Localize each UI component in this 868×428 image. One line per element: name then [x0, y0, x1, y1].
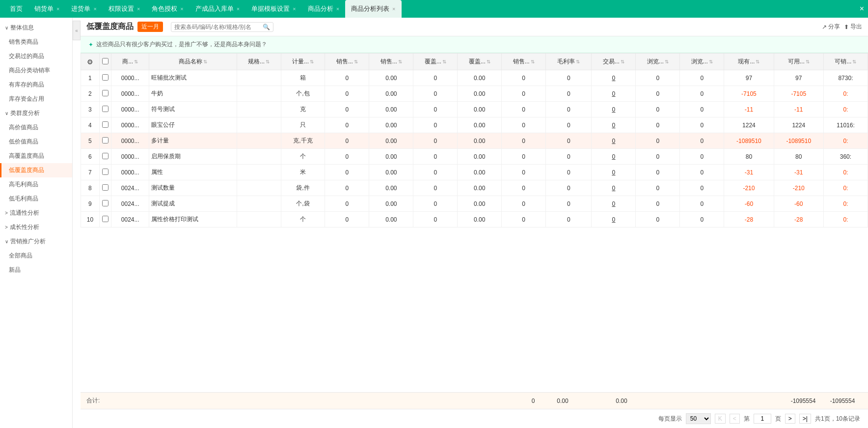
row-checkbox[interactable]: [99, 102, 111, 117]
nav-role-auth[interactable]: 角色授权 ×: [146, 0, 189, 18]
sidebar-section-cluster-analysis[interactable]: ∨ 类群度分析: [0, 106, 72, 120]
close-icon[interactable]: ×: [137, 6, 140, 12]
share-button[interactable]: ↗ 分享: [822, 23, 840, 31]
nav-product-warehousing[interactable]: 产成品入库单 ×: [190, 0, 245, 18]
sidebar-item-all-products[interactable]: 全部商品: [0, 249, 72, 263]
row-checkbox[interactable]: [99, 70, 111, 86]
col-available-stock[interactable]: 可用...⇅: [774, 54, 823, 70]
col-unit[interactable]: 计量...⇅: [281, 54, 325, 70]
row-transaction[interactable]: 0: [592, 165, 636, 180]
sidebar-item-low-value[interactable]: 低价值商品: [0, 135, 72, 149]
row-transaction[interactable]: 0: [592, 212, 636, 228]
sidebar-item-inventory-capital[interactable]: 库存资金占用: [0, 92, 72, 106]
col-browse1[interactable]: 浏览...⇅: [636, 54, 680, 70]
close-icon[interactable]: ×: [93, 6, 96, 12]
row-transaction[interactable]: 0: [592, 180, 636, 196]
col-settings[interactable]: ⚙: [81, 54, 100, 70]
col-sellable[interactable]: 可销...⇅: [823, 54, 868, 70]
col-checkbox[interactable]: [99, 54, 111, 70]
col-code[interactable]: 商...⇅: [111, 54, 149, 70]
col-spec[interactable]: 规格...⇅: [237, 54, 281, 70]
first-page-button[interactable]: K: [715, 414, 726, 424]
sidebar-collapse-button[interactable]: «: [73, 21, 81, 40]
row-transaction[interactable]: 0: [592, 149, 636, 165]
close-icon[interactable]: ×: [56, 6, 59, 12]
row-select-checkbox[interactable]: [102, 106, 108, 112]
sidebar-section-growth[interactable]: > 成长性分析: [0, 220, 72, 234]
close-icon[interactable]: ×: [237, 6, 240, 12]
sidebar-item-high-coverage[interactable]: 高覆盖度商品: [0, 149, 72, 163]
col-coverage2[interactable]: 覆盖...⇅: [458, 54, 502, 70]
row-transaction[interactable]: 0: [592, 70, 636, 86]
row-sellable: 360:: [823, 149, 868, 165]
col-sales2[interactable]: 销售...⇅: [369, 54, 413, 70]
sidebar-item-new-products[interactable]: 新品: [0, 263, 72, 277]
close-icon[interactable]: ×: [392, 6, 395, 12]
close-icon[interactable]: ×: [293, 6, 296, 12]
row-transaction[interactable]: 0: [592, 117, 636, 133]
sidebar-item-high-value[interactable]: 高价值商品: [0, 120, 72, 135]
col-name[interactable]: 商品名称⇅: [149, 54, 237, 70]
sidebar-section-marketing[interactable]: ∨ 营销推广分析: [0, 234, 72, 249]
prev-page-button[interactable]: <: [730, 414, 740, 424]
sidebar-item-low-coverage[interactable]: 低覆盖度商品: [0, 163, 72, 177]
col-current-stock[interactable]: 现有...⇅: [724, 54, 774, 70]
export-button[interactable]: ⬆ 导出: [844, 23, 862, 31]
nav-product-analysis-list[interactable]: 商品分析列表 ×: [345, 0, 401, 18]
time-filter-button[interactable]: 近一月: [137, 22, 163, 32]
close-icon[interactable]: ×: [336, 6, 339, 12]
sidebar-item-category-rate[interactable]: 商品分类动销率: [0, 63, 72, 78]
row-select-checkbox[interactable]: [102, 74, 108, 81]
search-icon[interactable]: 🔍: [263, 24, 270, 30]
sidebar-item-low-profit[interactable]: 低毛利商品: [0, 192, 72, 206]
close-icon[interactable]: ×: [180, 6, 183, 12]
row-checkbox[interactable]: [99, 149, 111, 165]
row-select-checkbox[interactable]: [102, 169, 108, 175]
row-select-checkbox[interactable]: [102, 137, 108, 143]
sidebar-section-overall[interactable]: ∨ 整体信息: [0, 21, 72, 35]
row-checkbox[interactable]: [99, 165, 111, 180]
sidebar-item-traded-products[interactable]: 交易过的商品: [0, 49, 72, 63]
sidebar-item-instock-products[interactable]: 有库存的商品: [0, 78, 72, 92]
row-browse1: 0: [636, 196, 680, 212]
sidebar-item-high-profit[interactable]: 高毛利商品: [0, 177, 72, 192]
col-browse2[interactable]: 浏览...⇅: [680, 54, 724, 70]
nav-template-setting[interactable]: 单据模板设置 ×: [245, 0, 301, 18]
search-input[interactable]: [174, 24, 263, 30]
last-page-button[interactable]: >|: [799, 414, 811, 424]
nav-sales-order[interactable]: 销货单 ×: [28, 0, 65, 18]
row-select-checkbox[interactable]: [102, 200, 108, 206]
row-select-checkbox[interactable]: [102, 184, 108, 191]
page-number-input[interactable]: [754, 414, 771, 424]
col-sales1[interactable]: 销售...⇅: [325, 54, 369, 70]
per-page-select[interactable]: 20 50 100: [686, 413, 711, 424]
row-checkbox[interactable]: [99, 180, 111, 196]
nav-purchase-order[interactable]: 进货单 ×: [65, 0, 102, 18]
col-gross-margin[interactable]: 毛利率⇅: [546, 54, 592, 70]
nav-home[interactable]: 首页: [4, 0, 28, 18]
row-checkbox[interactable]: [99, 117, 111, 133]
row-checkbox[interactable]: [99, 212, 111, 228]
col-coverage1[interactable]: 覆盖...⇅: [413, 54, 458, 70]
nav-product-analysis[interactable]: 商品分析 ×: [302, 0, 345, 18]
row-checkbox[interactable]: [99, 86, 111, 102]
row-checkbox[interactable]: [99, 196, 111, 212]
row-transaction[interactable]: 0: [592, 196, 636, 212]
row-coverage2: 0.00: [458, 133, 502, 149]
row-select-checkbox[interactable]: [102, 216, 108, 222]
nav-permission-setting[interactable]: 权限设置 ×: [103, 0, 146, 18]
col-sales3[interactable]: 销售...⇅: [502, 54, 546, 70]
row-select-checkbox[interactable]: [102, 121, 108, 128]
row-transaction[interactable]: 0: [592, 86, 636, 102]
col-transaction[interactable]: 交易...⇅: [592, 54, 636, 70]
row-select-checkbox[interactable]: [102, 90, 108, 96]
sidebar-section-liquidity[interactable]: > 流通性分析: [0, 206, 72, 220]
close-all-tabs-button[interactable]: ×: [860, 4, 864, 13]
select-all-checkbox[interactable]: [102, 58, 108, 64]
row-select-checkbox[interactable]: [102, 153, 108, 159]
row-transaction[interactable]: 0: [592, 133, 636, 149]
sidebar-item-sales-products[interactable]: 销售类商品: [0, 35, 72, 49]
row-transaction[interactable]: 0: [592, 102, 636, 117]
next-page-button[interactable]: >: [785, 414, 795, 424]
row-checkbox[interactable]: [99, 133, 111, 149]
